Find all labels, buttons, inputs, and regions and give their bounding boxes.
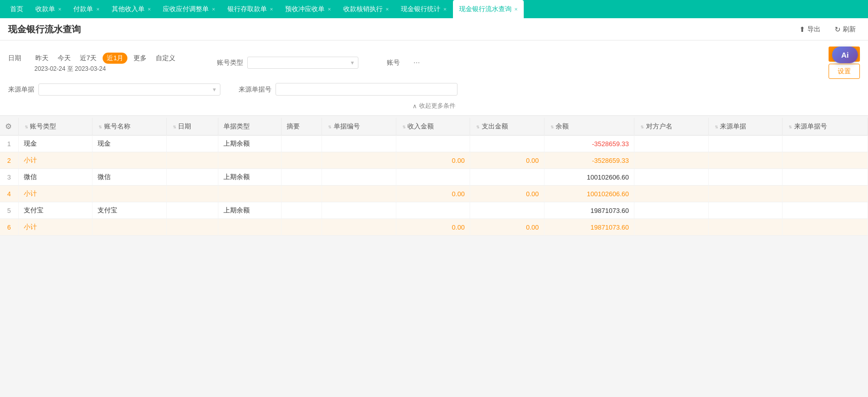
cell-source-doc [708,202,783,219]
table-row: 4 小计 0.00 0.00 100102606.60 [0,186,868,202]
account-type-label: 账号类型 [217,58,243,67]
page-title: 现金银行流水查询 [8,23,81,35]
more-options-icon[interactable]: ··· [411,58,422,67]
nav-item-7[interactable]: 现金银行统计 × [395,0,452,18]
col-source-doc-no[interactable]: ⇅ 来源单据号 [783,118,868,136]
cell-doc-type: 上期余额 [218,202,281,219]
col-date[interactable]: ⇅ 日期 [166,118,218,136]
col-account-type[interactable]: ⇅ 账号类型 [18,118,93,136]
cell-balance: -3528659.33 [544,152,634,169]
table-container: ⚙ ⇅ 账号类型 ⇅ 账号名称 ⇅ 日期 单据类型 摘要 ⇅ 单 [0,118,868,236]
sort-icon: ⇅ [476,125,480,129]
cell-expense: 0.00 [470,186,544,202]
close-icon[interactable]: × [96,0,99,18]
cell-source-doc-no [783,136,868,152]
nav-item-8[interactable]: 现金银行流水查询 × [453,0,524,18]
nav-item-0[interactable]: 收款单 × [29,0,67,18]
filter-area: 日期 昨天 今天 近7天 近1月 更多 自定义 2023-02-24 至 202… [0,40,868,116]
cell-counterparty [634,136,709,152]
cell-doc-type [218,152,281,169]
date-opt-yesterday[interactable]: 昨天 [32,53,52,64]
nav-item-1[interactable]: 付款单 × [67,0,105,18]
nav-item-2[interactable]: 其他收入单 × [106,0,157,18]
date-opt-1month[interactable]: 近1月 [103,53,127,64]
nav-home[interactable]: 首页 [4,0,29,18]
cell-account-type: 小计 [18,186,93,202]
cell-doc-no [322,152,396,169]
date-opt-custom[interactable]: 自定义 [153,53,178,64]
export-button[interactable]: ⬆ 导出 [795,23,825,36]
close-icon[interactable]: × [443,0,446,18]
collapse-bar[interactable]: ∧ 收起更多条件 [8,100,860,111]
page-header: 现金银行流水查询 ⬆ 导出 ↻ 刷新 [0,18,868,40]
cell-source-doc-no [783,219,868,236]
cell-account-type: 小计 [18,152,93,169]
col-account-name[interactable]: ⇅ 账号名称 [93,118,167,136]
col-balance[interactable]: ⇅ 余额 [544,118,634,136]
nav-item-5[interactable]: 预收冲应收单 × [279,0,337,18]
cell-counterparty [634,152,709,169]
date-opt-7days[interactable]: 近7天 [77,53,100,64]
cell-income [396,202,470,219]
date-opt-today[interactable]: 今天 [55,53,74,64]
cell-source-doc [708,152,783,169]
source-doc-select[interactable]: ▾ [38,83,220,96]
cell-account-type: 微信 [18,169,93,186]
account-type-select[interactable]: ▾ [247,57,358,69]
cell-source-doc-no [783,202,868,219]
settings-button[interactable]: 设置 [829,64,860,79]
cell-summary [281,219,322,236]
cell-balance: 19871073.60 [544,219,634,236]
filter-row-1: 日期 昨天 今天 近7天 近1月 更多 自定义 2023-02-24 至 202… [8,47,860,79]
close-icon[interactable]: × [328,0,331,18]
cell-source-doc [708,219,783,236]
nav-item-4[interactable]: 银行存取款单 × [221,0,279,18]
cell-source-doc [708,186,783,202]
sort-icon: ⇅ [99,125,102,129]
close-icon[interactable]: × [212,0,215,18]
header-actions: ⬆ 导出 ↻ 刷新 [795,23,860,36]
date-options: 昨天 今天 近7天 近1月 更多 自定义 [32,53,178,64]
cell-account-name [93,152,167,169]
close-icon[interactable]: × [148,0,151,18]
nav-item-6[interactable]: 收款核销执行 × [337,0,395,18]
cell-doc-type [218,219,281,236]
cell-income: 0.00 [396,219,470,236]
cell-source-doc [708,169,783,186]
sort-icon: ⇅ [173,125,176,129]
source-doc-label: 来源单据 [8,85,34,94]
cell-doc-no [322,219,396,236]
cell-expense [470,136,544,152]
source-doc-no-input[interactable] [276,83,458,96]
table-header-row: ⚙ ⇅ 账号类型 ⇅ 账号名称 ⇅ 日期 单据类型 摘要 ⇅ 单 [0,118,868,136]
cell-counterparty [634,219,709,236]
col-counterparty[interactable]: ⇅ 对方户名 [634,118,709,136]
col-income[interactable]: ⇅ 收入金额 [396,118,470,136]
close-icon[interactable]: × [515,0,518,18]
refresh-button[interactable]: ↻ 刷新 [831,23,860,36]
row-num: 3 [0,169,18,186]
refresh-icon: ↻ [835,25,841,33]
close-icon[interactable]: × [58,0,61,18]
cell-account-name [93,186,167,202]
row-num: 5 [0,202,18,219]
gear-icon[interactable]: ⚙ [5,122,12,130]
cell-doc-no [322,169,396,186]
close-icon[interactable]: × [386,0,389,18]
cell-account-name: 微信 [93,169,167,186]
chevron-down-icon: ▾ [213,86,216,93]
date-opt-more[interactable]: 更多 [130,53,150,64]
col-doc-no[interactable]: ⇅ 单据编号 [322,118,396,136]
gear-column-header[interactable]: ⚙ [0,118,18,136]
cell-summary [281,152,322,169]
sort-icon: ⇅ [402,125,406,129]
cell-doc-no [322,186,396,202]
cell-income: 0.00 [396,186,470,202]
close-icon[interactable]: × [270,0,273,18]
cell-balance: 100102606.60 [544,186,634,202]
export-icon: ⬆ [799,25,805,33]
ai-button[interactable]: Ai [832,47,858,63]
col-source-doc[interactable]: ⇅ 来源单据 [708,118,783,136]
nav-item-3[interactable]: 应收应付调整单 × [157,0,221,18]
col-expense[interactable]: ⇅ 支出金额 [470,118,544,136]
